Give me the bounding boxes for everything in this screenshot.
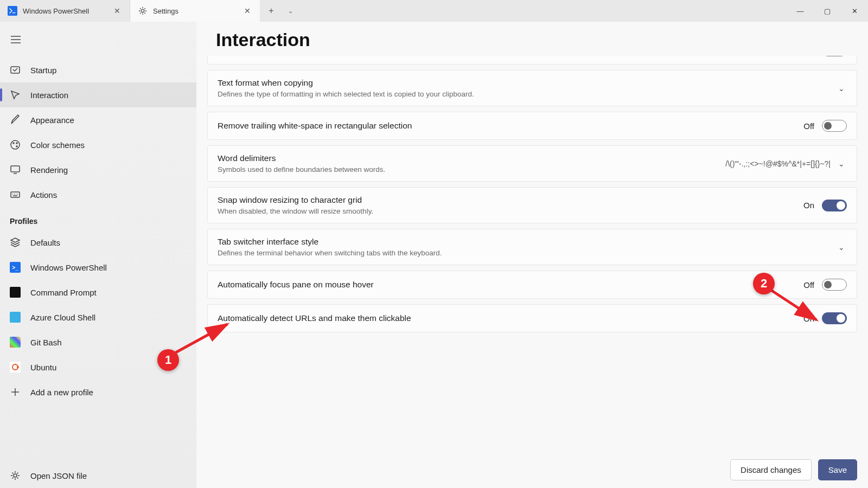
page-title: Interaction (196, 22, 868, 56)
setting-word-delimiters[interactable]: Word delimiters Symbols used to define b… (207, 145, 857, 182)
sidebar-open-json[interactable]: Open JSON file (0, 463, 196, 488)
nav-label: Git Bash (30, 338, 62, 347)
nav-label: Appearance (30, 115, 74, 125)
setting-tab-switcher[interactable]: Tab switcher interface style Defines the… (207, 229, 857, 265)
tab-settings[interactable]: Settings ✕ (130, 0, 260, 22)
setting-title: Word delimiters (218, 153, 385, 163)
footer-buttons: Discard changes Save (730, 459, 857, 480)
svg-point-1 (141, 9, 144, 12)
chevron-down-icon: ⌄ (838, 84, 847, 93)
nav-label: Ubuntu (30, 363, 56, 372)
setting-text-format[interactable]: Text format when copying Defines the typ… (207, 70, 857, 106)
sidebar-profile-defaults[interactable]: Defaults (0, 230, 196, 255)
svg-rect-7 (11, 166, 20, 172)
plus-icon (10, 387, 21, 397)
palette-icon (10, 139, 21, 150)
powershell-icon (8, 6, 17, 16)
nav-label: Windows PowerShell (30, 263, 107, 272)
startup-icon (10, 65, 21, 75)
discard-button[interactable]: Discard changes (730, 459, 812, 480)
setting-snap-resize[interactable]: Snap window resizing to character grid W… (207, 187, 857, 223)
setting-description: When disabled, the window will resize sm… (218, 207, 373, 215)
hamburger-button[interactable] (3, 27, 28, 52)
nav-label: Defaults (30, 238, 60, 247)
nav-label: Startup (30, 66, 56, 75)
azure-icon (10, 312, 21, 323)
tab-dropdown-button[interactable]: ⌄ (282, 0, 298, 22)
setting-remove-trailing[interactable]: Remove trailing white-space in rectangul… (207, 112, 857, 140)
setting-title: Text format when copying (218, 78, 474, 88)
svg-point-12 (14, 474, 17, 477)
svg-line-14 (769, 289, 816, 320)
close-window-button[interactable]: ✕ (841, 0, 868, 22)
setting-title: Automatically detect URLs and make them … (218, 313, 411, 323)
setting-title: Tab switcher interface style (218, 237, 442, 247)
sidebar-item-actions[interactable]: Actions (0, 182, 196, 207)
sidebar-add-profile[interactable]: Add a new profile (0, 380, 196, 404)
sidebar-profile-cmd[interactable]: Command Prompt (0, 280, 196, 305)
svg-line-13 (176, 324, 227, 352)
annotation-callout-2: 2 (753, 273, 775, 294)
toggle-remove-trailing[interactable] (822, 120, 847, 132)
sidebar-item-appearance[interactable]: Appearance (0, 107, 196, 132)
window-controls: — ▢ ✕ (787, 0, 868, 22)
toggle-label: Off (803, 121, 814, 131)
setting-title: Snap window resizing to character grid (218, 195, 373, 205)
maximize-button[interactable]: ▢ (814, 0, 841, 22)
toggle-focus-on-hover[interactable] (822, 279, 847, 291)
minimize-button[interactable]: — (787, 0, 814, 22)
sidebar-item-interaction[interactable]: Interaction (0, 82, 196, 107)
nav-label: Add a new profile (30, 388, 93, 397)
toggle-detect-urls[interactable] (822, 312, 847, 324)
toggle-label: On (803, 201, 814, 210)
tabs-container: Windows PowerShell ✕ Settings ✕ + ⌄ (0, 0, 298, 22)
toggle-auto-copy[interactable] (822, 56, 847, 56)
close-icon[interactable]: ✕ (242, 6, 252, 16)
svg-point-5 (16, 143, 17, 144)
toggle-snap-resize[interactable] (822, 200, 847, 211)
monitor-icon (10, 164, 21, 175)
nav-label: Azure Cloud Shell (30, 313, 95, 322)
content: Interaction Automatically copy selection… (196, 22, 868, 488)
svg-point-11 (17, 366, 19, 368)
keyboard-icon (10, 189, 21, 200)
nav-label: Rendering (30, 165, 68, 175)
setting-detect-urls[interactable]: Automatically detect URLs and make them … (207, 304, 857, 332)
tab-powershell[interactable]: Windows PowerShell ✕ (0, 0, 130, 22)
setting-title: Automatically focus pane on mouse hover (218, 280, 374, 290)
nav-label: Color schemes (30, 140, 85, 150)
nav-label: Command Prompt (30, 288, 97, 297)
ubuntu-icon (10, 362, 21, 373)
nav-list: Startup Interaction Appearance Color sch… (0, 57, 196, 463)
setting-auto-copy[interactable]: Automatically copy selection to clipboar… (207, 56, 857, 65)
sidebar-item-color-schemes[interactable]: Color schemes (0, 132, 196, 157)
svg-point-3 (11, 140, 20, 149)
annotation-arrow-2 (765, 285, 825, 328)
sidebar-profile-powershell[interactable]: >_ Windows PowerShell (0, 255, 196, 280)
nav-label: Interaction (30, 91, 68, 100)
new-tab-button[interactable]: + (260, 0, 282, 22)
settings-list: Automatically copy selection to clipboar… (196, 56, 868, 488)
setting-description: Defines the type of formatting in which … (218, 90, 474, 98)
tab-label: Windows PowerShell (23, 7, 107, 15)
svg-rect-8 (11, 192, 20, 197)
profiles-header: Profiles (0, 207, 196, 230)
cmd-icon (10, 287, 21, 298)
gear-icon (138, 6, 148, 16)
layers-icon (10, 237, 21, 248)
tab-label: Settings (153, 7, 237, 15)
sidebar-item-rendering[interactable]: Rendering (0, 157, 196, 182)
chevron-down-icon: ⌄ (838, 243, 847, 252)
sidebar-item-startup[interactable]: Startup (0, 57, 196, 82)
close-icon[interactable]: ✕ (112, 6, 122, 16)
gitbash-icon (10, 337, 21, 348)
nav-label: Actions (30, 190, 57, 200)
titlebar: Windows PowerShell ✕ Settings ✕ + ⌄ — ▢ … (0, 0, 868, 22)
sidebar: Startup Interaction Appearance Color sch… (0, 22, 196, 488)
setting-description: Symbols used to define boundaries betwee… (218, 165, 385, 174)
brush-icon (10, 114, 21, 125)
save-button[interactable]: Save (818, 459, 857, 480)
setting-value: /\()"'-.,:;<>~!@#$%^&*|+=[]{}~?| (725, 159, 831, 168)
svg-point-4 (13, 143, 14, 144)
sidebar-profile-azure[interactable]: Azure Cloud Shell (0, 305, 196, 330)
